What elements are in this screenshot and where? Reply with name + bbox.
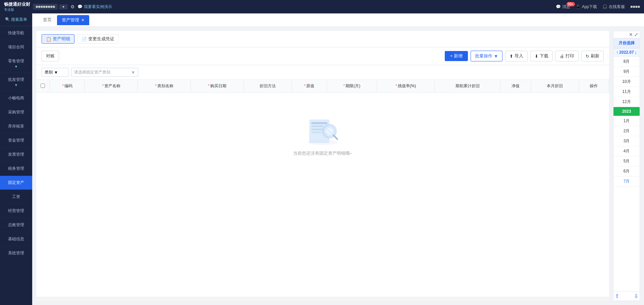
select-all-header[interactable] xyxy=(36,80,50,93)
tab-bar: 首页 资产管理 ✕ xyxy=(32,13,644,27)
tab-home[interactable]: 首页 xyxy=(38,14,57,26)
sidebar-search[interactable]: 🔍 搜索菜单 xyxy=(0,13,32,26)
sidebar-item-label: 采购管理 xyxy=(8,109,24,115)
month-item-11[interactable]: 11月 xyxy=(613,87,640,97)
app-download-button[interactable]: 📱 App下载 xyxy=(576,4,597,10)
col-name: *资产名称 xyxy=(85,80,138,93)
sidebar-item-ecommerce[interactable]: 小畅电商 xyxy=(0,91,32,105)
batch-ops-button[interactable]: 批量操作 ▼ xyxy=(471,51,502,61)
sidebar-item-system[interactable]: 系统管理 xyxy=(0,246,32,260)
sidebar-item-inventory[interactable]: 库存核算 xyxy=(0,119,32,134)
sidebar-item-fixed-asset[interactable]: 固定资产 xyxy=(0,176,32,190)
category-filter[interactable]: 类别 ▼ xyxy=(42,68,68,77)
add-button[interactable]: + 新增 xyxy=(445,51,468,61)
sidebar-item-operation[interactable]: 经营管理 xyxy=(0,204,32,218)
service-label: 在线客服 xyxy=(609,4,625,10)
service-icon: 🎧 xyxy=(602,4,607,9)
sidebar: 🔍 搜索菜单 快捷导航 项目合同 零售管理 ▼ 批发管理 ▼ 小畅电商 采购管理… xyxy=(0,13,32,305)
filter-arrow-icon: ▼ xyxy=(54,70,58,75)
sidebar-item-payroll[interactable]: 工资 xyxy=(0,190,32,204)
bottom-scrollbar[interactable] xyxy=(36,297,609,301)
print-button[interactable]: 🖨 打印 xyxy=(555,51,579,61)
month-item-8[interactable]: 8月 xyxy=(613,57,640,67)
sidebar-item-nav[interactable]: 快捷导航 xyxy=(0,26,32,40)
month-item-9[interactable]: 9月 xyxy=(613,67,640,77)
month-item-2[interactable]: 2月 xyxy=(613,126,640,136)
demo-text: 我要看实例演示 xyxy=(84,4,112,10)
sidebar-item-label: 库存核算 xyxy=(8,123,24,129)
col-category: *类别名称 xyxy=(138,80,191,93)
month-item-4[interactable]: 4月 xyxy=(613,146,640,156)
category-label: 类别 xyxy=(45,69,53,75)
content-area: 首页 资产管理 ✕ 📋 资产明细 📄 变更生成凭证 xyxy=(32,13,644,305)
company-selector[interactable]: ■■■■■■■■ ▼ xyxy=(33,4,68,10)
settings-icon[interactable]: ⚙ xyxy=(70,4,75,9)
sub-tab-change-voucher[interactable]: 📄 变更生成凭证 xyxy=(77,34,119,44)
demo-link[interactable]: 💬 我要看实例演示 xyxy=(77,4,112,10)
month-panel: ✕ ⤢ 月份选择 ↑ 2022.07 ↓ 8月 9月 10月 11月 12月 xyxy=(613,31,640,301)
col-purchase-date: *购买日期 xyxy=(191,80,244,93)
sidebar-item-ledger[interactable]: 总账管理 xyxy=(0,218,32,232)
month-next-button[interactable]: ↓ xyxy=(635,50,637,55)
month-item-12[interactable]: 12月 xyxy=(613,97,640,107)
toolbar-right: + 新增 批量操作 ▼ ⬆ 导入 ⬇ 下载 xyxy=(445,51,604,61)
expand-arrow-icon: ▼ xyxy=(14,65,18,68)
sidebar-item-tax[interactable]: 税务管理 xyxy=(0,162,32,176)
month-item-3[interactable]: 3月 xyxy=(613,136,640,146)
change-voucher-icon: 📄 xyxy=(82,37,87,42)
reconcile-button[interactable]: 对账 xyxy=(42,51,59,61)
month-item-10[interactable]: 10月 xyxy=(613,77,640,87)
message-badge: 99+ xyxy=(567,2,575,6)
sidebar-item-retail[interactable]: 零售管理 ▼ xyxy=(0,54,32,73)
user-menu[interactable]: ■■■■ xyxy=(630,4,640,9)
month-item-5[interactable]: 5月 xyxy=(613,156,640,166)
demo-icon: 💬 xyxy=(77,4,83,9)
input-arrow-icon: ▼ xyxy=(131,70,135,75)
message-button[interactable]: 💬 消息 99+ xyxy=(556,4,570,10)
svg-line-9 xyxy=(333,135,337,139)
sidebar-item-purchase[interactable]: 采购管理 xyxy=(0,105,32,119)
sidebar-item-label: 发票管理 xyxy=(8,152,24,157)
tab-home-label: 首页 xyxy=(43,17,52,22)
sidebar-item-label: 小畅电商 xyxy=(8,95,24,101)
month-item-1[interactable]: 1月 xyxy=(613,116,640,126)
expand-arrow-icon: ▼ xyxy=(14,83,18,87)
month-item-6[interactable]: 6月 xyxy=(613,166,640,176)
sidebar-item-finance[interactable]: 资金管理 xyxy=(0,134,32,148)
filter-row: 类别 ▼ 请选择固定资产类别 ▼ xyxy=(36,65,609,80)
app-edition: 专业版 xyxy=(4,7,30,12)
nav-label: 快捷导航 xyxy=(8,30,24,36)
top-bar-right: 💬 消息 99+ 📱 App下载 🎧 在线客服 ■■■■ xyxy=(556,4,640,10)
svg-rect-2 xyxy=(311,122,327,124)
select-all-checkbox[interactable] xyxy=(41,84,45,88)
month-panel-title-text: 月份选择 xyxy=(619,41,635,45)
month-prev-button[interactable]: ↑ xyxy=(616,50,619,55)
sub-tab-asset-detail[interactable]: 📋 资产明细 xyxy=(42,34,74,44)
sidebar-item-label: 批发管理 xyxy=(8,77,24,83)
close-panel-button[interactable]: ✕ xyxy=(629,32,633,37)
online-service-button[interactable]: 🎧 在线客服 xyxy=(602,4,625,10)
tab-close-icon[interactable]: ✕ xyxy=(81,18,85,22)
sidebar-item-label: 系统管理 xyxy=(8,250,24,256)
sidebar-item-project[interactable]: 项目合同 xyxy=(0,40,32,54)
tab-asset-management[interactable]: 资产管理 ✕ xyxy=(57,15,89,25)
message-icon: 💬 xyxy=(556,4,561,9)
search-icon: 🔍 xyxy=(5,17,10,22)
asset-table: *编码 *资产名称 *类别名称 *购买日期 折旧方法 *原值 *期限(月) *残… xyxy=(36,80,609,297)
sidebar-item-label: 项目合同 xyxy=(8,44,24,50)
sidebar-item-basic[interactable]: 基础信息 xyxy=(0,232,32,246)
company-name: ■■■■■■■■ xyxy=(33,4,58,10)
sidebar-item-invoice[interactable]: 发票管理 xyxy=(0,148,32,162)
download-button[interactable]: ⬇ 下载 xyxy=(530,51,553,61)
expand-panel-button[interactable]: ⤢ xyxy=(634,32,638,37)
download-icon: ⬇ xyxy=(535,54,538,59)
month-list-up-button[interactable]: ⇧ xyxy=(615,293,619,299)
import-button[interactable]: ⬆ 导入 xyxy=(505,51,528,61)
month-item-7-selected[interactable]: 7月 xyxy=(613,176,640,187)
sidebar-item-batch[interactable]: 批发管理 ▼ xyxy=(0,73,32,91)
category-input[interactable]: 请选择固定资产类别 ▼ xyxy=(71,68,138,77)
month-list-down-button[interactable]: ⇩ xyxy=(634,293,638,299)
page-content: 📋 资产明细 📄 变更生成凭证 对账 + 新增 xyxy=(32,27,644,305)
refresh-button[interactable]: ↻ 刷新 xyxy=(581,51,604,61)
change-voucher-label: 变更生成凭证 xyxy=(88,36,114,42)
